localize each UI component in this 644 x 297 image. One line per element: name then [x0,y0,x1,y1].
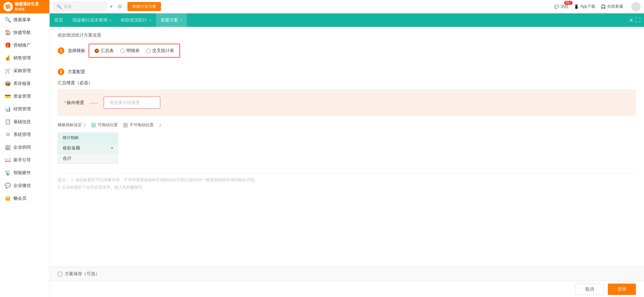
summary-dimension-title: 汇总维度（必选） [58,80,636,86]
sidebar-item-label: 新手引导 [13,157,31,163]
inventory-icon: 📦 [5,81,11,87]
radio-cross[interactable]: 交叉统计表 [146,48,174,54]
message-item[interactable]: 💬 消息 99+ [554,4,569,9]
sidebar-item-label: 畅会员 [13,195,26,201]
radio-detail-label: 明细表 [126,48,140,54]
dimension-picker[interactable]: 请选择分组维度 [104,97,160,109]
wechat-icon: 💬 [5,183,11,189]
user-avatar[interactable] [631,2,641,11]
row-label-total: 合计 [63,155,71,161]
service-label: 在线客服 [607,4,623,9]
sidebar-item-purchase[interactable]: 🛒 采购管理 [0,64,49,77]
service-item[interactable]: 🎧 在线客服 [601,4,623,9]
dropdown-icon: ▼ [109,4,113,9]
save-checkbox[interactable] [58,272,62,276]
save-section: 方案保存（可选） [50,266,644,281]
sidebar: 畅 畅捷通好生意 标准版 🔍 搜索菜单 🏠 快捷导航 🎁 营销推广 💰 销售管理… [0,0,50,297]
radio-summary[interactable]: 汇总表 [95,48,114,54]
sidebar-item-finance[interactable]: 💳 资金管理 [0,90,49,103]
page-content: 收款情况统计方案设置 1 选择模板 汇总表 明细表 [50,27,644,297]
app-icon: 📱 [574,4,579,9]
app-download-item[interactable]: 📱 App下载 [574,4,595,9]
config-section: 汇总维度（必选） *纵向维度 —— 请选择分组维度 [58,80,636,194]
indicators-legend: 模板指标设定（ 可拖动位置 不可拖动位置 ） [58,122,636,128]
indicators-table: 统计指标 收款金额 ▾ 合计 [58,133,118,164]
save-label: 方案保存（可选） [65,271,100,277]
purchase-icon: 🛒 [5,68,11,74]
sidebar-item-operations[interactable]: 📊 经营管理 [0,103,49,115]
summary-dimension-section: 汇总维度（必选） *纵向维度 —— 请选择分组维度 [58,80,636,116]
tab-receipt-stat[interactable]: 收款情况统计 × [116,13,156,27]
tip-item-2: 2. 点击标题栏下拉可设置排序、插入列和删除列 [58,185,143,190]
sidebar-nav: 🔍 搜索菜单 🏠 快捷导航 🎁 营销推广 💰 销售管理 🛒 采购管理 📦 库存核… [0,13,49,297]
tip-line-2: 2. 点击标题栏下拉可设置排序、插入列和删除列 [58,184,636,191]
step1-label: 选择模板 [68,48,85,54]
dimension-area: *纵向维度 —— 请选择分组维度 [58,89,636,116]
sidebar-item-system[interactable]: ⚙ 系统管理 [0,128,49,141]
radio-cross-input[interactable] [146,49,151,53]
sidebar-item-member[interactable]: 👑 畅会员 [0,192,49,205]
sidebar-item-sales[interactable]: 💰 销售管理 [0,52,49,64]
close-icon[interactable]: × [180,18,182,22]
message-badge: 99+ [564,1,573,5]
smart-hw-icon: 📡 [5,170,11,176]
footer-bar: 取消 查询 [50,281,644,297]
home-icon: 🏠 [5,30,11,36]
dimension-row: *纵向维度 —— 请选择分组维度 [64,97,160,109]
tab-home[interactable]: 首页 [50,13,68,27]
legend-fixed: 不可拖动位置 [123,122,154,128]
search-placeholder: 搜索 [64,4,72,9]
logo-text: 畅捷通好生意 [15,2,39,7]
required-star: * [64,100,66,105]
sidebar-item-label: 快捷导航 [13,30,31,36]
guide-icon: 📖 [5,157,11,163]
radio-summary-input[interactable] [95,49,99,53]
member-icon: 👑 [5,195,11,201]
fixed-label: 不可拖动位置 [129,122,154,128]
sidebar-item-label: 资金管理 [13,93,31,99]
radio-detail[interactable]: 明细表 [120,48,140,54]
cancel-button[interactable]: 取消 [576,284,604,295]
query-button[interactable]: 查询 [608,284,636,295]
close-icon[interactable]: × [149,18,151,22]
dropdown-icon[interactable]: ▾ [111,146,113,150]
sidebar-item-quick-nav[interactable]: 🏠 快捷导航 [0,26,49,39]
sidebar-item-inventory[interactable]: 📦 库存核算 [0,77,49,90]
sidebar-item-enterprise[interactable]: 🏢 企业协同 [0,141,49,154]
sidebar-item-guide[interactable]: 📖 新手引导 [0,154,49,166]
tab-receipt-label: 收款情况统计 [121,17,147,23]
row-label-receipt: 收款金额 [63,145,80,151]
draggable-box [91,123,96,128]
sidebar-item-label: 基础信息 [13,119,31,125]
logo-icon: 畅 [3,2,13,11]
tab-new-plan-label: 新建方案 [161,17,178,23]
radio-detail-input[interactable] [120,49,125,53]
sidebar-item-basic-info[interactable]: 📋 基础信息 [0,115,49,128]
gift-icon: 🎁 [5,42,11,48]
vertical-label: *纵向维度 [64,100,84,106]
enterprise-icon: 🏢 [5,144,11,150]
gear-icon[interactable]: ⚙ [116,2,123,11]
tab-new-plan[interactable]: 新建方案 × [156,13,187,27]
tab-cashflow-label: 现金银行流水查询 [72,17,107,23]
sidebar-item-smart-hw[interactable]: 📡 智能硬件 [0,166,49,179]
sidebar-item-label: 企业微信 [13,183,31,189]
sidebar-logo: 畅 畅捷通好生意 标准版 [0,0,49,13]
tip-title: 提示： [58,178,70,182]
sidebar-item-search[interactable]: 🔍 搜索菜单 [0,13,49,26]
search-bar[interactable]: 🔍 搜索 [53,2,107,11]
sidebar-item-marketing[interactable]: 🎁 营销推广 [0,39,49,52]
close-window-icon[interactable]: ✕ [629,17,633,23]
indicators-table-header: 统计指标 [58,133,118,143]
page-title: 收款情况统计方案设置 [58,32,636,38]
main-area: 🔍 搜索 ▼ ⚙ 体验行业方案 💬 消息 99+ 📱 App下载 🎧 在线客服 [50,0,644,297]
step1-header: 1 选择模板 汇总表 明细表 交叉统计表 [58,44,636,58]
tip-item-1: 1. 拖动标题栏可以调整布局，不可跨维度或指标区域拖动目字段(只能在同一维度或指… [71,178,255,182]
sidebar-item-label: 智能硬件 [13,170,31,176]
maximize-icon[interactable]: ⛶ [635,17,641,23]
industry-btn[interactable]: 体验行业方案 [127,2,161,11]
sidebar-item-wechat[interactable]: 💬 企业微信 [0,179,49,192]
tab-cashflow[interactable]: 现金银行流水查询 × [68,13,116,27]
close-icon[interactable]: × [109,18,111,22]
sidebar-item-label: 营销推广 [13,42,31,48]
